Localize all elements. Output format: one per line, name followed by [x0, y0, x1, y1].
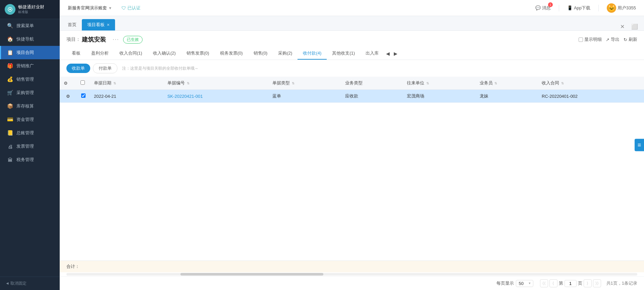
next-page-button[interactable]: ⟩ [584, 279, 592, 287]
nav-icon-search: 🔍 [6, 23, 14, 29]
sidebar-item-marketing[interactable]: 🎁营销推广 [0, 59, 60, 73]
table-hint: 注：这里是与项目关联的全部收付款单哦～ [122, 66, 199, 71]
page-input[interactable] [565, 280, 577, 287]
nav-icon-sales-mgmt: 💰 [6, 76, 14, 82]
select-all-checkbox[interactable] [80, 80, 85, 85]
nav-label-marketing: 营销推广 [16, 63, 34, 69]
phone-icon: 📱 [567, 5, 573, 10]
nav-icon-tax-mgmt: 🏛 [6, 157, 14, 163]
sort-icon: ⇅ [561, 81, 564, 85]
tab-close-icon[interactable]: ✕ [107, 23, 110, 27]
code-cell[interactable]: SK-20220421-001 [163, 90, 268, 103]
sub-tab-income-contract[interactable]: 收入合同(1) [114, 48, 148, 60]
maximize-button[interactable]: ⬜ [629, 23, 640, 30]
sidebar-item-project-contract[interactable]: 📋项目合同 [0, 46, 60, 59]
first-page-button[interactable]: ⟨⟨ [540, 279, 548, 287]
tab-project-board-label: 项目看板 [87, 22, 105, 28]
export-button[interactable]: ↗ 导出 [606, 37, 620, 43]
sidebar-item-inventory[interactable]: 📦库存核算 [0, 99, 60, 113]
tab-project-board[interactable]: 项目看板 ✕ [82, 19, 115, 30]
sub-tab-tax-invoice[interactable]: 税务发票(0) [215, 48, 248, 60]
col-contract-header[interactable]: 收入合同 ⇅ [538, 77, 644, 90]
sub-tab-profit[interactable]: 盈利分析 [86, 48, 114, 60]
per-page-select[interactable]: 50 20 100 [516, 280, 533, 287]
sidebar-item-fund-mgmt[interactable]: 💳资金管理 [0, 113, 60, 126]
user-profile-button[interactable]: 🐱 用户3355 [604, 2, 639, 14]
account-selector[interactable]: 新服务官网演示账套 ▼ [65, 4, 115, 12]
nav-label-invoice-mgmt: 发票管理 [16, 143, 34, 149]
nav-label-search: 搜索菜单 [16, 23, 34, 29]
col-counterpart-header[interactable]: 往来单位 ⇅ [403, 77, 476, 90]
project-name: 建筑安装 [82, 35, 106, 44]
sub-tab-sales-invoice[interactable]: 销售发票(0) [181, 48, 215, 60]
receipt-toggle[interactable]: 收款单 [66, 64, 90, 73]
data-table: ⚙ 单据日期 ⇅ 单据编号 ⇅ [60, 77, 644, 103]
nav-icon-quick-nav: 🏠 [6, 36, 14, 42]
contract-cell: RC-20220401-002 [538, 90, 644, 103]
sub-tab-sales[interactable]: 销售(0) [248, 48, 273, 60]
sidebar-item-sales-mgmt[interactable]: 💰销售管理 [0, 73, 60, 86]
per-page-label: 每页显示 [496, 280, 514, 286]
col-date-header[interactable]: 单据日期 ⇅ [90, 77, 163, 90]
salesperson-cell: 龙妹 [476, 90, 538, 103]
certified-text: 已认证 [127, 5, 141, 11]
messages-button[interactable]: 💬 消息 1 [533, 4, 553, 12]
project-title-row: 项目： 建筑安装 ··· 已生效 显示明细 ↗ 导出 ↻ 刷新 [66, 35, 637, 44]
sub-tabs: 看板盈利分析收入合同(1)收入确认(2)销售发票(0)税务发票(0)销售(0)采… [66, 48, 384, 60]
sidebar-item-ledger[interactable]: 📒总账管理 [0, 126, 60, 140]
table-row[interactable]: ⚙ 2022-04-21 SK-20220421-001 蓝单 应收款 宏茂商场… [60, 90, 644, 103]
sidebar-item-search[interactable]: 🔍搜索菜单 [0, 19, 60, 32]
col-salesperson-header[interactable]: 业务员 ⇅ [476, 77, 538, 90]
payment-toggle[interactable]: 付款单 [93, 63, 117, 73]
sidebar: 畅捷通好业财 标准版 🔍搜索菜单🏠快捷导航📋项目合同🎁营销推广💰销售管理🛒采购管… [0, 0, 60, 290]
horizontal-scrollbar[interactable] [66, 273, 637, 276]
sidebar-item-invoice-mgmt[interactable]: 🖨发票管理 [0, 140, 60, 153]
sub-tab-income-confirm[interactable]: 收入确认(2) [148, 48, 181, 60]
sort-icon: ⇅ [426, 81, 429, 85]
sidebar-item-quick-nav[interactable]: 🏠快捷导航 [0, 32, 60, 46]
check-cell[interactable] [76, 90, 90, 103]
app-logo [5, 4, 15, 15]
sub-tabs-next-arrow[interactable]: ▶ [392, 50, 399, 58]
title-actions: 显示明细 ↗ 导出 ↻ 刷新 [579, 37, 637, 43]
main-area: 新服务官网演示账套 ▼ 🛡 已认证 💬 消息 1 📱 App下载 🐱 用 [60, 0, 644, 290]
col-type-header[interactable]: 单据类型 ⇅ [268, 77, 341, 90]
sub-tabs-prev-arrow[interactable]: ◀ [384, 50, 392, 58]
sidebar-item-tax-mgmt[interactable]: 🏛税务管理 [0, 153, 60, 166]
sidebar-item-purchase-mgmt[interactable]: 🛒采购管理 [0, 86, 60, 99]
prev-page-button[interactable]: ⟨ [549, 279, 557, 287]
last-page-button[interactable]: ⟩⟩ [593, 279, 601, 287]
account-name: 新服务官网演示账套 [68, 5, 107, 11]
summary-row: 合计： [60, 261, 644, 272]
sidebar-unpin[interactable]: ◄ 取消固定 [0, 277, 60, 290]
scrollbar-thumb[interactable] [180, 273, 323, 276]
sub-tab-kanban[interactable]: 看板 [66, 48, 86, 60]
hscroll-row [60, 272, 644, 276]
document-link[interactable]: SK-20220421-001 [167, 94, 203, 99]
page-label: 第 [559, 280, 563, 286]
col-gear-header[interactable]: ⚙ [60, 77, 76, 90]
sub-tab-other-expense[interactable]: 其他收支(1) [327, 48, 360, 60]
data-table-wrap[interactable]: ⚙ 单据日期 ⇅ 单据编号 ⇅ [60, 77, 644, 261]
close-button[interactable]: ✕ [618, 23, 627, 30]
more-options-button[interactable]: ··· [113, 37, 119, 43]
app-download-button[interactable]: 📱 App下载 [565, 4, 593, 12]
page-nav: ⟨⟨ ⟨ 第 页 ⟩ ⟩⟩ 共1页，1条记录 [540, 279, 637, 287]
sub-tab-stock-in-out[interactable]: 出入库 [360, 48, 384, 60]
divider [559, 5, 559, 11]
gear-cell[interactable]: ⚙ [60, 90, 76, 103]
messages-badge: 1 [548, 2, 553, 7]
refresh-button[interactable]: ↻ 刷新 [624, 37, 637, 43]
row-checkbox[interactable] [81, 93, 86, 98]
nav-label-quick-nav: 快捷导航 [16, 36, 34, 42]
pagination: 每页显示 50 20 100 ⟨⟨ ⟨ 第 页 ⟩ [60, 276, 644, 290]
sub-tab-purchase[interactable]: 采购(2) [273, 48, 298, 60]
app-download-label: App下载 [574, 5, 590, 11]
sub-tab-receive-payment[interactable]: 收付款(4) [298, 48, 327, 60]
export-label: 导出 [611, 37, 620, 43]
nav-icon-purchase-mgmt: 🛒 [6, 90, 14, 96]
show-detail-checkbox[interactable]: 显示明细 [579, 37, 602, 43]
col-code-header[interactable]: 单据编号 ⇅ [163, 77, 268, 90]
tab-home[interactable]: 首页 [62, 19, 82, 30]
right-float-button[interactable]: ≡ [635, 139, 644, 151]
